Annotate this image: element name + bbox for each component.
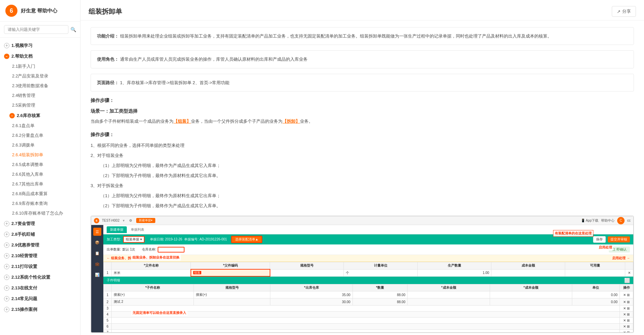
role-block: 使用角色： 通常由生产人员或库管人员完成拆装业务的操作，库管人员确认原材料的出库… bbox=[91, 50, 634, 68]
sidebar-item-label: 2.15操作案例 bbox=[11, 306, 37, 313]
step1: 1、根据不同的业务，选择不同单据的类型来处理 bbox=[91, 141, 634, 150]
main-content: 组装拆卸单 ↗ 分享 功能介绍： 组装拆卸单用来处理企业组装或拆卸等加工业务，支… bbox=[80, 0, 644, 335]
path-block: 页面路径： 1、库存核算->库存管理->组装拆卸单 2、首页->常用功能 bbox=[91, 74, 634, 92]
sidebar-item-install[interactable]: 2.2产品安装及登录 bbox=[0, 71, 80, 81]
sidebar-item-other-out[interactable]: 2.6.7其他出库单 bbox=[0, 179, 80, 189]
search-button[interactable]: 🔍 bbox=[70, 27, 76, 32]
sidebar-item-print[interactable]: + 2.11打印设置 bbox=[0, 261, 80, 272]
print-expand-icon: + bbox=[4, 264, 9, 269]
sidebar-item-label: 2.12系统个性化设置 bbox=[11, 274, 50, 280]
sidebar-item-finance[interactable]: + 2.7资金管理 bbox=[0, 218, 80, 229]
sidebar-item-customization[interactable]: + 2.12系统个性化设置 bbox=[0, 272, 80, 283]
sidebar-item-management[interactable]: + 2.10经营管理 bbox=[0, 250, 80, 261]
sidebar-item-label: 2.6库存核算 bbox=[17, 113, 40, 119]
sidebar-item-label: 2.14常见问题 bbox=[11, 296, 37, 302]
sidebar-item-label: 2.11打印设置 bbox=[11, 264, 37, 270]
app-toolbar-type: 加工类型: bbox=[107, 237, 121, 242]
app-upper-table: *父件名称 *父件编码 规格型号 计量单位 生产数量 成本金额 可用量 bbox=[103, 262, 633, 277]
app-new-bill-btn[interactable]: 新建单据▾ bbox=[136, 218, 155, 223]
app-sidebar-icon3: 📋 bbox=[93, 249, 101, 257]
role-text: 通常由生产人员或库管人员完成拆装业务的操作，库管人员确认原材料的出库和产成品的入… bbox=[120, 57, 308, 62]
app-topbar-menu: ⚙ bbox=[129, 219, 132, 222]
scene1-desc: 当由多个子件材料组装成一个成品的业务为【组装】业务，当由一个父件拆分成多个子产品… bbox=[91, 117, 634, 126]
payment-expand-icon: + bbox=[4, 285, 9, 291]
coupon-expand-icon: + bbox=[4, 242, 9, 248]
app-form-warehouse: 仓库名称: bbox=[142, 247, 184, 253]
sidebar-item-ledger-query[interactable]: 2.6.9库存账本查询 bbox=[0, 199, 80, 209]
role-label: 使用角色： bbox=[97, 57, 119, 62]
sidebar-item-assembly[interactable]: 2.6.4组装拆卸单 bbox=[0, 150, 80, 160]
app-annotation-enable: 启用处理 → bbox=[612, 256, 630, 261]
feature-intro-text: 组装拆卸单用来处理企业组装或拆卸等加工业务，支持有固定装配清单的产品加工业务，也… bbox=[120, 34, 552, 39]
main-header: 组装拆卸单 ↗ 分享 bbox=[80, 0, 644, 20]
app-submit-btn[interactable]: 提交并审核 bbox=[608, 236, 630, 242]
sidebar-item-partial-stocktake[interactable]: 2.6.2分量盘点单 bbox=[0, 131, 80, 141]
sidebar-item-video-learning[interactable]: + 1.视频学习 bbox=[0, 40, 80, 51]
sidebar-item-label: 2.13在线支付 bbox=[11, 285, 37, 291]
step3-sub1: （1）上部明细为父件明细，最终作为原材料生成其它出库单； bbox=[101, 191, 634, 200]
operation-steps-title: 操作步骤： bbox=[91, 98, 634, 104]
app-topbar-info: ▼ bbox=[122, 219, 125, 222]
app-tab-new[interactable]: 新建单据 bbox=[107, 226, 127, 233]
app-topbar-company: TEST-H002 bbox=[102, 219, 119, 222]
sidebar-item-cost-adjust[interactable]: 2.6.5成本调整单 bbox=[0, 160, 80, 170]
sidebar-item-transfer[interactable]: 2.6.3调拨单 bbox=[0, 141, 80, 150]
share-icon: ↗ bbox=[617, 9, 621, 14]
feature-intro-label: 功能介绍： bbox=[97, 34, 119, 39]
sidebar-item-stocktake[interactable]: 2.6.1盘点单 bbox=[0, 121, 80, 131]
app-sidebar-icon2: 📦 bbox=[93, 238, 101, 246]
page-title: 组装拆卸单 bbox=[89, 7, 122, 16]
app-assembly-list-btn[interactable]: 选择装配清单▲ bbox=[231, 236, 263, 243]
sidebar-item-inventory[interactable]: − 2.6库存核算 bbox=[0, 110, 80, 121]
sidebar-item-coupon[interactable]: + 2.9优惠券管理 bbox=[0, 240, 80, 250]
finance-expand-icon: + bbox=[4, 221, 9, 226]
app-sidebar-icon1: ☰ bbox=[93, 228, 101, 236]
sidebar-item-label: 2.8手机旺铺 bbox=[11, 231, 35, 237]
sidebar-item-other-in[interactable]: 2.6.6其他入库单 bbox=[0, 170, 80, 179]
app-type-select[interactable]: 组装单据 ▾ bbox=[123, 236, 145, 243]
sidebar-item-help-docs[interactable]: − 2.帮助文档 bbox=[0, 51, 80, 62]
cases-expand-icon: + bbox=[4, 307, 9, 312]
logo-area: 6 好生意 帮助中心 bbox=[0, 0, 80, 22]
annotation-type-switch: 组装业务、拆卸业务在这里切换 bbox=[131, 255, 181, 261]
sidebar-item-payment[interactable]: + 2.13在线支付 bbox=[0, 283, 80, 293]
app-apps-icon: 📱 App下载 bbox=[581, 218, 598, 223]
main-body: 功能介绍： 组装拆卸单用来处理企业组装或拆卸等加工业务，支持有固定装配清单的产品… bbox=[80, 20, 644, 335]
steps-list: 1、根据不同的业务，选择不同单据的类型来处理 2、对于组装业务 （1）上部明细为… bbox=[91, 141, 634, 210]
sidebar-item-label: 2.9优惠券管理 bbox=[11, 242, 39, 248]
search-input[interactable] bbox=[4, 25, 68, 34]
logo-text: 好生意 帮助中心 bbox=[21, 8, 57, 14]
app-warehouse-input[interactable] bbox=[158, 247, 184, 253]
path-text: 1、库存核算->库存管理->组装拆卸单 2、首页->常用功能 bbox=[120, 80, 230, 85]
sidebar-item-ledger-fix[interactable]: 2.6.10库存账本错了怎么办 bbox=[0, 209, 80, 218]
sidebar-item-purchase[interactable]: 2.5采购管理 bbox=[0, 101, 80, 110]
sidebar-item-label: 1.视频学习 bbox=[11, 43, 33, 49]
mgmt-expand-icon: + bbox=[4, 253, 9, 259]
app-lower-table-header: 子件明细 ⬜ bbox=[103, 277, 633, 284]
sidebar-item-label: 2.10经营管理 bbox=[11, 253, 37, 259]
app-save-btn[interactable]: 保存 bbox=[593, 236, 606, 243]
custom-expand-icon: + bbox=[4, 275, 9, 280]
sidebar-item-cases[interactable]: + 2.15操作案例 bbox=[0, 304, 80, 315]
steps-intro-label: 操作步骤： bbox=[91, 132, 634, 138]
nav-tree: + 1.视频学习 − 2.帮助文档 2.1新手入门 2.2产品安装及登录 2.3… bbox=[0, 38, 80, 335]
app-user-avatar: C bbox=[617, 217, 625, 224]
app-lower-table: *子件名称 规格型号 *出库仓库 *数量 *成本金额 *成本金额 单位 操作 bbox=[103, 284, 633, 332]
sidebar-item-data-prep[interactable]: 2.3使用前数据准备 bbox=[0, 81, 80, 91]
app-form-qty: 出单数量: 默认 1次 bbox=[107, 247, 135, 252]
step2-sub1: （1）上部明细为父件明细，最终作为产成品生成其它入库单； bbox=[101, 161, 634, 170]
sidebar-item-sales[interactable]: 2.4销售管理 bbox=[0, 91, 80, 101]
sidebar-item-beginner[interactable]: 2.1新手入门 bbox=[0, 62, 80, 71]
app-expand-icon[interactable]: ⬜ bbox=[624, 278, 630, 283]
mobile-expand-icon: + bbox=[4, 232, 9, 237]
sidebar-item-faq[interactable]: + 2.14常见问题 bbox=[0, 293, 80, 304]
sidebar-item-mobile[interactable]: + 2.8手机旺铺 bbox=[0, 229, 80, 240]
app-toolbar-no: 单据编号: AD-20191226-001 bbox=[184, 237, 227, 242]
sidebar-item-cost-recalc[interactable]: 2.6.8商品成本重算 bbox=[0, 189, 80, 199]
share-button[interactable]: ↗ 分享 bbox=[612, 6, 636, 17]
feature-intro-block: 功能介绍： 组装拆卸单用来处理企业组装或拆卸等加工业务，支持有固定装配清单的产品… bbox=[91, 27, 634, 45]
app-tab-list[interactable]: 单据列表 bbox=[127, 226, 148, 233]
collapse-icon: − bbox=[4, 54, 9, 59]
sidebar: 6 好生意 帮助中心 🔍 + 1.视频学习 − 2.帮助文档 2.1新手入门 2… bbox=[0, 0, 80, 335]
step2: 2、对于组装业务 bbox=[91, 151, 634, 160]
